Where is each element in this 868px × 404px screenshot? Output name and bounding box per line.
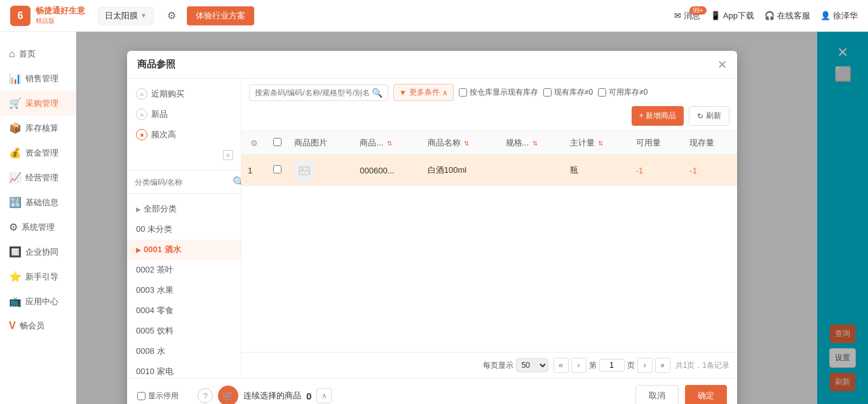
cat-uncategorized[interactable]: 00 未分类 bbox=[127, 219, 241, 239]
page-unit: 页 bbox=[627, 360, 635, 371]
category-search-input[interactable] bbox=[135, 178, 230, 187]
col-header-name[interactable]: 商品名称 ⇅ bbox=[421, 131, 499, 155]
app-download-item[interactable]: 📱 App下载 bbox=[710, 10, 754, 22]
sidebar-item-vip[interactable]: V 畅会员 bbox=[0, 314, 76, 338]
continuous-select-label: 连续选择的商品 bbox=[243, 390, 301, 401]
more-filter-button[interactable]: ▼ 更多条件 ∧ bbox=[393, 84, 454, 101]
add-product-button[interactable]: + 新增商品 bbox=[632, 106, 684, 126]
user-name: 徐泽华 bbox=[833, 10, 858, 22]
category-search-icon[interactable]: 🔍 bbox=[233, 176, 241, 188]
row-checkbox[interactable] bbox=[273, 165, 281, 173]
app-download-label: App下载 bbox=[723, 10, 754, 22]
cat-liquor[interactable]: ▶ 0001 酒水 bbox=[127, 239, 241, 260]
store-selector[interactable]: 日太阳膜 ▼ bbox=[98, 7, 154, 25]
sidebar-item-purchase[interactable]: 🛒 采购管理 bbox=[0, 91, 76, 116]
cat-uncategorized-label: 00 未分类 bbox=[136, 224, 172, 235]
col-header-spec[interactable]: 规格... ⇅ bbox=[499, 131, 564, 155]
sidebar-item-finance[interactable]: 💰 资金管理 bbox=[0, 140, 76, 165]
page-number-input[interactable] bbox=[599, 359, 625, 372]
row-stock: -1 bbox=[683, 155, 737, 186]
prev-page-button[interactable]: ‹ bbox=[571, 358, 587, 373]
cat-appliance[interactable]: 0010 家电 bbox=[127, 361, 241, 378]
cat-fruit[interactable]: 0003 水果 bbox=[127, 280, 241, 300]
sidebar-item-inventory[interactable]: 📦 库存核算 bbox=[0, 116, 76, 140]
sidebar-label-finance: 资金管理 bbox=[25, 147, 58, 159]
trial-button[interactable]: 体验行业方案 bbox=[187, 6, 254, 25]
nav-right: ✉ 消息 99+ 📱 App下载 🎧 在线客服 👤 徐泽华 bbox=[674, 10, 858, 22]
message-item[interactable]: ✉ 消息 99+ bbox=[674, 10, 700, 22]
cat-snack[interactable]: 0004 零食 bbox=[127, 300, 241, 321]
left-sidebar: ⌂ 首页 📊 销售管理 🛒 采购管理 📦 库存核算 💰 资金管理 📈 经营 bbox=[0, 32, 76, 404]
last-page-button[interactable]: » bbox=[655, 358, 670, 373]
sidebar-label-guide: 新手引导 bbox=[25, 271, 58, 283]
modal-close-button[interactable]: ✕ bbox=[717, 59, 727, 71]
sidebar-item-sales[interactable]: 📊 销售管理 bbox=[0, 66, 76, 91]
sidebar-label-business: 经营管理 bbox=[25, 172, 58, 184]
warehouse-stock-checkbox[interactable] bbox=[459, 88, 467, 97]
col-header-unit[interactable]: 主计量 ⇅ bbox=[564, 131, 630, 155]
shortcut-frequent[interactable]: ★ 频次高 bbox=[127, 125, 241, 145]
filter-label: 更多条件 bbox=[409, 87, 440, 98]
confirm-button[interactable]: 确定 bbox=[685, 385, 727, 404]
column-settings-icon[interactable]: ⚙ bbox=[248, 137, 261, 149]
cat-all[interactable]: ▶ 全部分类 bbox=[127, 199, 241, 219]
category-list: ▶ 全部分类 00 未分类 ▶ 0001 酒水 0002 茶叶 bbox=[127, 194, 241, 378]
brand-name: 畅捷通好生意 bbox=[36, 6, 85, 17]
row-available: -1 bbox=[630, 155, 684, 186]
user-item[interactable]: 👤 徐泽华 bbox=[820, 10, 858, 22]
store-name: 日太阳膜 bbox=[105, 10, 138, 22]
select-all-checkbox[interactable] bbox=[273, 138, 281, 146]
sort-code-icon: ⇅ bbox=[387, 140, 392, 147]
collapse-footer-button[interactable]: ∧ bbox=[316, 388, 332, 403]
table-row[interactable]: 1 bbox=[241, 155, 737, 186]
store-arrow-icon: ▼ bbox=[140, 12, 147, 19]
first-page-button[interactable]: « bbox=[553, 358, 569, 373]
settings-nav-icon[interactable]: ⚙ bbox=[161, 6, 182, 26]
sidebar-label-basic: 基础信息 bbox=[25, 197, 58, 208]
product-thumbnail bbox=[294, 160, 315, 180]
sidebar-label-enterprise: 企业协同 bbox=[25, 246, 58, 258]
sidebar-item-business[interactable]: 📈 经营管理 bbox=[0, 165, 76, 190]
sidebar-item-home[interactable]: ⌂ 首页 bbox=[0, 42, 76, 66]
show-disabled-checkbox-label[interactable]: 显示停用 bbox=[137, 391, 179, 401]
nonzero-stock-checkbox-label[interactable]: 现有库存≠0 bbox=[543, 87, 593, 98]
cat-tea[interactable]: 0002 茶叶 bbox=[127, 260, 241, 280]
product-search-input[interactable] bbox=[255, 88, 369, 97]
show-disabled-checkbox[interactable] bbox=[137, 392, 146, 400]
next-page-button[interactable]: › bbox=[637, 358, 653, 373]
product-table-container: ⚙ 商品图片 商品... ⇅ bbox=[241, 131, 737, 352]
row-name: 白酒100ml bbox=[421, 155, 499, 186]
sidebar-item-enterprise[interactable]: 🔲 企业协同 bbox=[0, 239, 76, 264]
toolbar-right-actions: + 新增商品 ↻ 刷新 bbox=[632, 106, 729, 126]
content-area: ✕ ⬜ 查询 设置 刷新 商品参照 ✕ ○ 近期购买 bbox=[76, 32, 868, 404]
sidebar-label-purchase: 采购管理 bbox=[25, 98, 58, 109]
warehouse-stock-checkbox-label[interactable]: 按仓库显示现有库存 bbox=[459, 87, 538, 98]
refresh-button[interactable]: ↻ 刷新 bbox=[689, 106, 729, 126]
footer-right-actions: 取消 确定 bbox=[635, 385, 727, 404]
cat-water[interactable]: 0008 水 bbox=[127, 341, 241, 361]
nonzero-stock-checkbox[interactable] bbox=[543, 88, 552, 97]
help-icon[interactable]: ? bbox=[198, 388, 213, 403]
page-size-select[interactable]: 10 20 50 100 bbox=[516, 358, 548, 372]
shortcut-new-label: 新品 bbox=[151, 109, 168, 120]
cart-icon-button[interactable]: 🛒 bbox=[218, 386, 238, 404]
shortcut-frequent-label: 频次高 bbox=[151, 129, 176, 140]
product-search-icon[interactable]: 🔍 bbox=[372, 88, 383, 98]
modal-header: 商品参照 ✕ bbox=[127, 51, 737, 79]
sidebar-item-apps[interactable]: 📺 应用中心 bbox=[0, 289, 76, 314]
col-header-code[interactable]: 商品... ⇅ bbox=[353, 131, 421, 155]
online-service-item[interactable]: 🎧 在线客服 bbox=[764, 10, 810, 22]
cat-beverage[interactable]: 0005 饮料 bbox=[127, 321, 241, 341]
shortcut-recent[interactable]: ○ 近期购买 bbox=[127, 84, 241, 104]
available-nonzero-checkbox[interactable] bbox=[598, 88, 606, 97]
sales-icon: 📊 bbox=[9, 72, 22, 84]
sidebar-item-guide[interactable]: ⭐ 新手引导 bbox=[0, 264, 76, 289]
shortcut-new[interactable]: ○ 新品 bbox=[127, 104, 241, 125]
available-nonzero-checkbox-label[interactable]: 可用库存≠0 bbox=[598, 87, 648, 98]
cancel-button[interactable]: 取消 bbox=[635, 385, 679, 404]
sidebar-item-system[interactable]: ⚙ 系统管理 bbox=[0, 215, 76, 239]
sidebar-item-basic[interactable]: 🔣 基础信息 bbox=[0, 190, 76, 215]
guide-icon: ⭐ bbox=[9, 271, 22, 283]
home-icon: ⌂ bbox=[9, 48, 15, 60]
collapse-sidebar-button[interactable]: « bbox=[223, 150, 233, 160]
